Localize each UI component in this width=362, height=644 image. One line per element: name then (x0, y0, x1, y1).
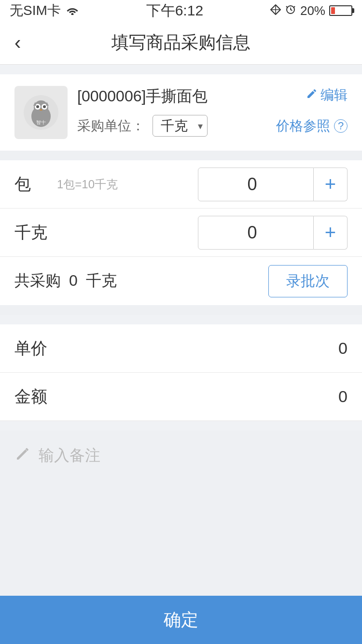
status-bar: 无SIM卡 下午6:12 20% (0, 0, 362, 21)
back-button[interactable]: ‹ (14, 32, 21, 54)
summary-text: 共采购 0 千克 (14, 270, 117, 292)
batch-button[interactable]: 录批次 (268, 265, 348, 297)
status-right: 20% (270, 3, 352, 18)
battery-percent: 20% (300, 3, 325, 18)
note-section[interactable]: 输入备注 (0, 431, 362, 481)
note-placeholder: 输入备注 (39, 445, 100, 466)
carrier-label: 无SIM卡 (10, 1, 61, 20)
summary-value: 0 (69, 272, 78, 289)
svg-point-7 (43, 105, 46, 108)
wifi-icon (66, 3, 79, 18)
kg-plus-button[interactable]: + (314, 216, 348, 250)
svg-text:智十: 智十 (36, 120, 46, 125)
amount-value: 0 (338, 387, 348, 406)
input-section: 包 1包=10千克 + 千克 + (0, 160, 362, 257)
product-card: 智十 [0000006]手撕面包 采购单位： 千克 包 ▾ 价格参照 ? (0, 74, 362, 151)
page-title: 填写商品采购信息 (111, 31, 251, 55)
unit-select-wrap[interactable]: 千克 包 ▾ (153, 115, 208, 137)
edit-button[interactable]: 编辑 (306, 86, 348, 104)
price-ref-label: 价格参照 (276, 117, 330, 135)
confirm-button[interactable]: 确定 (0, 596, 362, 644)
unit-label: 采购单位： (77, 117, 145, 135)
unit-price-label: 单价 (14, 337, 47, 360)
amount-row: 金额 0 (0, 373, 362, 421)
product-thumbnail: 智十 (14, 86, 68, 139)
kg-quantity-input[interactable] (198, 216, 314, 250)
nav-bar: ‹ 填写商品采购信息 (0, 21, 362, 65)
edit-label: 编辑 (320, 86, 348, 104)
bao-sublabel: 1包=10千克 (57, 177, 198, 192)
location-icon (270, 3, 281, 18)
price-section: 单价 0 金额 0 (0, 324, 362, 421)
bao-input-row: 包 1包=10千克 + (0, 160, 362, 209)
unit-price-row: 单价 0 (0, 324, 362, 373)
summary-prefix: 共采购 (14, 272, 61, 289)
unit-price-value: 0 (338, 339, 348, 358)
section-divider-2 (0, 305, 362, 315)
help-icon: ? (334, 119, 348, 133)
status-time: 下午6:12 (146, 1, 203, 21)
summary-row: 共采购 0 千克 录批次 (0, 257, 362, 305)
edit-icon (306, 87, 318, 103)
bao-plus-button[interactable]: + (314, 168, 348, 201)
alarm-icon (285, 3, 296, 18)
svg-point-6 (36, 105, 39, 108)
kg-label: 千克 (14, 222, 53, 244)
kg-input-row: 千克 + (0, 209, 362, 257)
amount-label: 金额 (14, 386, 47, 408)
bao-quantity-input[interactable] (198, 168, 314, 201)
status-left: 无SIM卡 (10, 1, 79, 20)
bao-input-controls: + (198, 168, 348, 201)
pencil-icon (14, 446, 31, 466)
unit-select[interactable]: 千克 包 (153, 115, 208, 137)
bao-label: 包 (14, 173, 53, 196)
summary-unit: 千克 (86, 272, 117, 289)
section-divider-1 (0, 151, 362, 160)
battery-icon (329, 5, 352, 16)
kg-input-controls: + (198, 216, 348, 250)
price-ref-button[interactable]: 价格参照 ? (276, 117, 348, 135)
